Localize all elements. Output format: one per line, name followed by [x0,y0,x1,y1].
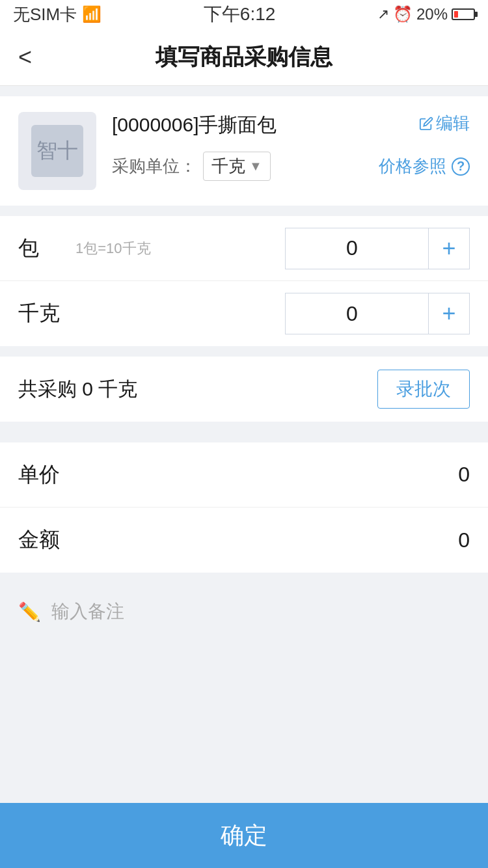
divider-2 [0,346,488,357]
summary-row: 共采购 0 千克 录批次 [0,357,488,422]
product-code: [0000006] [112,114,198,135]
bag-input[interactable] [285,228,428,269]
bag-label: 包 [18,234,70,263]
pencil-icon: ✏️ [18,601,41,623]
price-ref-label: 价格参照 [379,155,446,178]
unit-price-row: 单价 0 [0,442,488,508]
product-info: [0000006]手撕面包 编辑 采购单位： 千克 ▼ [112,112,470,181]
info-section: 单价 0 金额 0 [0,442,488,573]
confirm-button[interactable]: 确定 [0,803,488,868]
note-placeholder: 输入备注 [51,599,124,624]
unit-price-value: 0 [458,463,470,487]
bag-input-row: 包 1包=10千克 + [0,216,488,281]
product-name-text: 手撕面包 [198,114,277,135]
bag-sublabel: 1包=10千克 [75,239,151,258]
kg-plus-button[interactable]: + [428,293,470,334]
page-title: 填写商品采购信息 [156,42,332,72]
amount-value: 0 [458,528,470,552]
product-name: [0000006]手撕面包 [112,112,277,139]
divider-1 [0,206,488,216]
product-image: 智十 [18,112,96,190]
batch-button[interactable]: 录批次 [377,370,470,409]
battery-icon [452,8,475,20]
unit-label: 采购单位： [112,155,197,178]
note-section[interactable]: ✏️ 输入备注 [0,573,488,651]
product-logo: 智十 [31,125,83,177]
summary-amount: 0 [82,378,93,400]
summary-unit: 千克 [98,378,137,400]
price-ref-button[interactable]: 价格参照 ? [379,155,470,178]
unit-value: 千克 [211,155,245,178]
input-section: 包 1包=10千克 + 千克 + [0,216,488,346]
amount-label: 金额 [18,526,60,554]
battery-percent: 20% [416,5,448,23]
edit-label: 编辑 [436,112,470,135]
status-left: 无SIM卡 📶 [13,3,102,26]
amount-row: 金额 0 [0,508,488,573]
wifi-icon: 📶 [82,5,102,23]
help-icon: ? [452,157,470,176]
status-time: 下午6:12 [204,2,276,27]
nav-bar: < 填写商品采购信息 [0,29,488,86]
kg-input-row: 千克 + [0,281,488,346]
product-header: [0000006]手撕面包 编辑 [112,112,470,139]
kg-input[interactable] [285,293,428,334]
location-icon: ↗ [377,6,389,23]
status-bar: 无SIM卡 📶 下午6:12 ↗ ⏰ 20% [0,0,488,29]
status-right: ↗ ⏰ 20% [377,5,475,23]
alarm-icon: ⏰ [393,5,413,23]
unit-row: 采购单位： 千克 ▼ 价格参照 ? [112,152,470,181]
unit-select[interactable]: 千克 ▼ [203,152,271,181]
chevron-down-icon: ▼ [249,159,262,174]
product-card: 智十 [0000006]手撕面包 编辑 采购单位： [0,96,488,206]
back-button[interactable]: < [18,44,32,71]
kg-label: 千克 [18,299,70,328]
carrier-label: 无SIM卡 [13,3,77,26]
edit-button[interactable]: 编辑 [419,112,470,135]
bag-plus-button[interactable]: + [428,228,470,269]
kg-input-wrapper: + [285,293,470,334]
summary-text: 共采购 0 千克 [18,376,137,403]
divider-3 [0,422,488,432]
bag-input-wrapper: + [285,228,470,269]
unit-price-label: 单价 [18,461,60,489]
summary-label: 共采购 [18,378,77,400]
